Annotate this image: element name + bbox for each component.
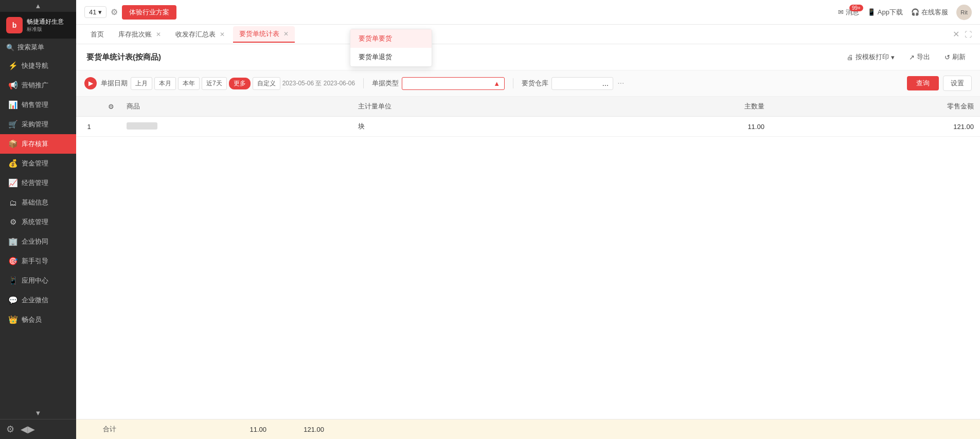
date-buttons: 上月 本月 本年 近7天 更多 自定义 2023-05-06 至 2023-06… [131, 77, 355, 90]
headset-icon: 🎧 [911, 8, 919, 16]
filter-more-dots[interactable]: ··· [617, 79, 624, 88]
sidebar-scroll-down[interactable]: ▼ [0, 407, 76, 419]
messages-item[interactable]: ✉ 消息 99+ [838, 8, 859, 17]
warehouse-select[interactable]: … [551, 77, 613, 90]
cell-qty: 11.00 [597, 117, 771, 137]
sidebar-item-appstore[interactable]: 📱 应用中心 [0, 271, 76, 290]
tab-stock-batch[interactable]: 库存批次账 ✕ [112, 27, 167, 42]
date-label: 单据日期 [101, 79, 128, 88]
table-row: 1 块 11.00 121.00 [76, 117, 980, 137]
app-logo-icon: b [6, 17, 23, 33]
refresh-button[interactable]: ↺ 刷新 [940, 50, 970, 64]
tab-order-stats[interactable]: 要货单统计表 ✕ [233, 26, 295, 43]
gear-icon[interactable]: ⚙ [111, 7, 118, 17]
col-amount: 零售金额 [771, 97, 980, 117]
data-table-area: ⚙ 商品 主计量单位 主数量 零售金额 1 [76, 97, 980, 419]
basic-icon: 🗂 [8, 198, 17, 207]
inventory-icon: 📦 [8, 139, 17, 149]
col-unit: 主计量单位 [352, 97, 597, 117]
date-btn-this-month[interactable]: 本月 [154, 77, 176, 90]
sidebar-item-system[interactable]: ⚙ 系统管理 [0, 212, 76, 232]
search-icon: 🔍 [6, 44, 14, 51]
sidebar-item-finance[interactable]: 💰 资金管理 [0, 154, 76, 173]
print-button[interactable]: 🖨 按模板打印 ▾ [843, 50, 899, 64]
sidebar-item-marketing[interactable]: 📢 营销推广 [0, 76, 76, 95]
user-avatar[interactable]: Rit [956, 5, 972, 20]
sidebar-item-basic[interactable]: 🗂 基础信息 [0, 193, 76, 212]
member-icon: 👑 [8, 315, 17, 324]
sidebar-item-member[interactable]: 👑 畅会员 [0, 310, 76, 330]
col-settings[interactable]: ⚙ [102, 97, 120, 117]
footer-collapse-icon[interactable]: ◀▶ [21, 424, 35, 435]
date-btn-7days[interactable]: 近7天 [202, 77, 227, 90]
header-actions: 🖨 按模板打印 ▾ ↗ 导出 ↺ 刷新 [843, 50, 970, 64]
sidebar-item-inventory[interactable]: 📦 库存核算 [0, 134, 76, 154]
chevron-up-icon: ▲ [493, 80, 500, 87]
type-label: 单据类型 [372, 79, 399, 88]
settings-icon[interactable]: ⚙ [108, 103, 114, 111]
query-button[interactable]: 查询 [907, 76, 939, 90]
footer-qty: 11.00 [201, 426, 273, 433]
store-selector[interactable]: 41 ▾ [84, 6, 106, 18]
tab-order-stats-close[interactable]: ✕ [283, 30, 289, 38]
set-button[interactable]: 设置 [943, 76, 972, 91]
page-title: 要货单统计表(按商品) [86, 52, 161, 62]
data-table: ⚙ 商品 主计量单位 主数量 零售金额 1 [76, 97, 980, 137]
date-range-display: 2023-05-06 至 2023-06-06 [282, 79, 355, 88]
sidebar-nav: ⚡ 快捷导航 📢 营销推广 📊 销售管理 🛒 采购管理 📦 库存核算 💰 资金管… [0, 56, 76, 407]
tab-receivable-summary[interactable]: 收发存汇总表 ✕ [169, 27, 231, 42]
sales-icon: 📊 [8, 100, 17, 109]
purchase-icon: 🛒 [8, 120, 17, 129]
sidebar-item-corp[interactable]: 🏢 企业协同 [0, 232, 76, 251]
sidebar-item-operations[interactable]: 📈 经营管理 [0, 173, 76, 193]
date-btn-custom[interactable]: 自定义 [253, 77, 280, 90]
tab-close-all[interactable]: ✕ [953, 29, 959, 39]
tab-stock-batch-close[interactable]: ✕ [156, 31, 161, 38]
sidebar: ▲ b 畅捷通好生意 标准版 🔍 搜索菜单 ⚡ 快捷导航 📢 营销推广 📊 销售… [0, 0, 76, 439]
date-btn-last-month[interactable]: 上月 [131, 77, 152, 90]
topbar-right: ✉ 消息 99+ 📱 App下载 🎧 在线客服 Rit [838, 5, 972, 20]
finance-icon: 💰 [8, 159, 17, 168]
sidebar-item-wechat[interactable]: 💬 企业微信 [0, 290, 76, 310]
filter-bar: ▶ 单据日期 上月 本月 本年 近7天 更多 自定义 2023-05-06 至 … [76, 70, 980, 97]
sidebar-item-purchase[interactable]: 🛒 采购管理 [0, 115, 76, 134]
sidebar-scroll-up[interactable]: ▲ [0, 0, 76, 12]
footer-settings-icon[interactable]: ⚙ [6, 424, 14, 435]
date-btn-more[interactable]: 更多 [229, 78, 251, 89]
chevron-down-icon-warehouse: … [602, 80, 609, 87]
footer-amount: 121.00 [273, 426, 324, 433]
topbar: 41 ▾ ⚙ 体验行业方案 ✉ 消息 99+ 📱 App下载 🎧 在线客服 Ri… [76, 0, 980, 25]
table-footer: 合计 11.00 121.00 [76, 419, 980, 439]
cell-goods [120, 117, 352, 137]
tab-receivable-close[interactable]: ✕ [220, 31, 225, 38]
app-logo-text: 畅捷通好生意 标准版 [27, 18, 64, 33]
sidebar-logo: b 畅捷通好生意 标准版 [0, 12, 76, 39]
trial-button[interactable]: 体验行业方案 [122, 5, 176, 20]
tab-fullscreen[interactable]: ⛶ [965, 30, 972, 39]
type-filter-group: 单据类型 ▲ [372, 77, 505, 90]
cell-settings [102, 117, 120, 137]
export-button[interactable]: ↗ 导出 [905, 50, 934, 64]
page-content: 要货单统计表(按商品) 🖨 按模板打印 ▾ ↗ 导出 ↺ 刷新 [76, 44, 980, 439]
sidebar-item-quick-nav[interactable]: ⚡ 快捷导航 [0, 56, 76, 76]
main-area: 41 ▾ ⚙ 体验行业方案 ✉ 消息 99+ 📱 App下载 🎧 在线客服 Ri… [76, 0, 980, 439]
sidebar-item-guide[interactable]: 🎯 新手引导 [0, 251, 76, 271]
refresh-icon: ↺ [945, 53, 950, 61]
date-btn-this-year[interactable]: 本年 [178, 77, 200, 90]
tab-home[interactable]: 首页 [84, 27, 110, 42]
blurred-goods [127, 122, 157, 130]
app-download-item[interactable]: 📱 App下载 [867, 8, 903, 17]
date-filter-group: 单据日期 上月 本月 本年 近7天 更多 自定义 2023-05-06 至 20… [101, 77, 355, 90]
message-icon: ✉ [838, 8, 844, 16]
online-service-item[interactable]: 🎧 在线客服 [911, 8, 948, 17]
dropdown-item-return[interactable]: 要货单退货 [350, 48, 432, 66]
table-header-row: ⚙ 商品 主计量单位 主数量 零售金额 [76, 97, 980, 117]
col-seq [76, 97, 102, 117]
search-menu[interactable]: 🔍 搜索菜单 [0, 39, 76, 56]
operations-icon: 📈 [8, 178, 17, 188]
type-select[interactable]: ▲ [402, 77, 505, 90]
dropdown-item-order[interactable]: 要货单要货 [350, 44, 432, 48]
filter-expand-button[interactable]: ▶ [84, 77, 97, 89]
sidebar-item-sales[interactable]: 📊 销售管理 [0, 95, 76, 115]
cell-amount: 121.00 [771, 117, 980, 137]
